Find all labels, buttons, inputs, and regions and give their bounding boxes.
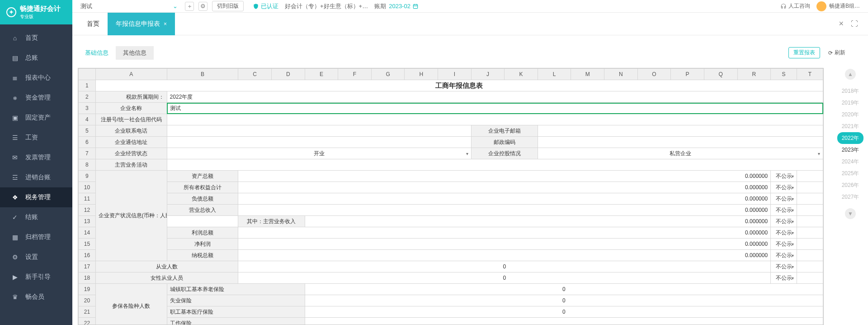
col-head-F[interactable]: F — [338, 69, 372, 80]
main-tab-0[interactable]: 首页 — [79, 13, 108, 35]
net-profit-value[interactable]: 0.000000 — [238, 239, 771, 250]
col-head-S[interactable]: S — [771, 69, 797, 80]
col-head-M[interactable]: M — [571, 69, 604, 80]
asset-total-pub[interactable]: 不公示 — [771, 171, 797, 182]
period-select[interactable]: 2023-02 — [389, 3, 419, 10]
sidebar-item-4[interactable]: ▣固定资产 — [0, 108, 72, 128]
liab-total-value[interactable]: 0.000000 — [238, 193, 771, 205]
col-head-J[interactable]: J — [471, 69, 505, 80]
row-head[interactable]: 12 — [79, 205, 96, 216]
col-head-A[interactable]: A — [95, 69, 167, 80]
row-head[interactable]: 19 — [79, 284, 96, 295]
profit-total-pub[interactable]: 不公示 — [771, 227, 797, 239]
email-input[interactable] — [538, 125, 823, 137]
year-2027年[interactable]: 2027年 — [837, 191, 863, 203]
year-2021年[interactable]: 2021年 — [837, 120, 863, 132]
sidebar-item-2[interactable]: ≣报表中心 — [0, 68, 72, 88]
col-head-D[interactable]: D — [271, 69, 305, 80]
corner-cell[interactable] — [79, 69, 96, 80]
row-head[interactable]: 5 — [79, 125, 96, 137]
col-head-O[interactable]: O — [637, 69, 671, 80]
col-head-T[interactable]: T — [797, 69, 823, 80]
staff-female-pub[interactable]: 不公示 — [771, 272, 797, 284]
col-head-B[interactable]: B — [167, 69, 238, 80]
row-head[interactable]: 4 — [79, 114, 96, 125]
year-2019年[interactable]: 2019年 — [837, 97, 863, 109]
ins-unemp-value[interactable]: 0 — [305, 295, 823, 306]
sidebar-item-10[interactable]: ▦归档管理 — [0, 227, 72, 247]
year-2023年[interactable]: 2023年 — [837, 144, 863, 156]
sidebar-item-12[interactable]: ▶新手引导 — [0, 267, 72, 287]
col-head-H[interactable]: H — [405, 69, 438, 80]
col-head-Q[interactable]: Q — [704, 69, 737, 80]
row-head[interactable]: 1 — [79, 80, 96, 91]
rev-total-pub[interactable]: 不公示 — [771, 205, 797, 216]
year-2024年[interactable]: 2024年 — [837, 156, 863, 167]
liab-total-pub[interactable]: 不公示 — [771, 193, 797, 205]
row-head[interactable]: 15 — [79, 239, 96, 250]
switch-old-button[interactable]: 切到旧版 — [212, 1, 244, 11]
main-tab-1[interactable]: 年报信息申报表× — [108, 13, 175, 35]
row-head[interactable]: 17 — [79, 261, 96, 272]
col-head-R[interactable]: R — [737, 69, 771, 80]
ins-injury-value[interactable] — [305, 318, 823, 325]
col-head-G[interactable]: G — [371, 69, 405, 80]
row-head[interactable]: 3 — [79, 103, 96, 114]
tax-total-pub[interactable]: 不公示 — [771, 250, 797, 261]
year-2022年[interactable]: 2022年 — [837, 132, 863, 144]
fullscreen-button[interactable]: ⛶ — [851, 20, 858, 28]
sidebar-item-0[interactable]: ⌂首页 — [0, 28, 72, 48]
year-2025年[interactable]: 2025年 — [837, 167, 863, 179]
col-head-L[interactable]: L — [538, 69, 571, 80]
sidebar-item-3[interactable]: ⎈资金管理 — [0, 88, 72, 108]
row-head[interactable]: 20 — [79, 295, 96, 306]
year-up-button[interactable]: ▲ — [845, 69, 856, 80]
rev-main-value[interactable]: 0.000000 — [305, 216, 771, 227]
staff-total-pub[interactable]: 不公示 — [771, 261, 797, 272]
holding-select[interactable]: 私营企业 — [538, 148, 823, 159]
phone-input[interactable] — [167, 125, 471, 137]
ins-medical-value[interactable]: 0 — [305, 306, 823, 318]
year-down-button[interactable]: ▼ — [845, 208, 856, 219]
col-head-C[interactable]: C — [238, 69, 272, 80]
row-head[interactable]: 13 — [79, 216, 96, 227]
staff-total-value[interactable]: 0 — [238, 261, 771, 272]
op-state-select[interactable]: 开业 — [167, 148, 471, 159]
row-head[interactable]: 11 — [79, 193, 96, 205]
row-head[interactable]: 21 — [79, 306, 96, 318]
sidebar-item-7[interactable]: ☲进销台账 — [0, 167, 72, 187]
col-head-E[interactable]: E — [305, 69, 338, 80]
sidebar-item-5[interactable]: ☰工资 — [0, 128, 72, 148]
add-button[interactable]: ＋ — [185, 2, 194, 11]
year-2020年[interactable]: 2020年 — [837, 109, 863, 120]
reg-no-input[interactable] — [167, 114, 823, 125]
gear-button[interactable]: ⚙ — [198, 2, 208, 11]
staff-female-value[interactable]: 0 — [238, 272, 771, 284]
sub-tab-1[interactable]: 其他信息 — [116, 46, 154, 60]
sidebar-item-6[interactable]: ✉发票管理 — [0, 148, 72, 167]
col-head-N[interactable]: N — [604, 69, 638, 80]
row-head[interactable]: 7 — [79, 148, 96, 159]
sidebar-item-8[interactable]: ❖税务管理 — [0, 187, 72, 207]
sidebar-item-9[interactable]: ✓结账 — [0, 207, 72, 227]
main-biz-input[interactable] — [167, 159, 823, 171]
tax-total-value[interactable]: 0.000000 — [238, 250, 771, 261]
asset-total-value[interactable]: 0.000000 — [238, 171, 771, 182]
equity-total-value[interactable]: 0.000000 — [238, 182, 771, 193]
col-head-P[interactable]: P — [671, 69, 704, 80]
row-head[interactable]: 9 — [79, 171, 96, 182]
col-head-K[interactable]: K — [505, 69, 538, 80]
sidebar-item-1[interactable]: ▤总账 — [0, 48, 72, 68]
year-2026年[interactable]: 2026年 — [837, 179, 863, 191]
net-profit-pub[interactable]: 不公示 — [771, 239, 797, 250]
company-select[interactable]: 测试 ⌄ — [80, 2, 178, 10]
sheet[interactable]: ABCDEFGHIJKLMNOPQRST 1 工商年报信息表 2 税款所属期间：… — [78, 68, 824, 325]
col-head-I[interactable]: I — [438, 69, 472, 80]
ins-pension-value[interactable]: 0 — [305, 284, 823, 295]
row-head[interactable]: 2 — [79, 91, 96, 103]
row-head[interactable]: 10 — [79, 182, 96, 193]
service-link[interactable]: 人工咨询 — [780, 2, 810, 10]
rev-main-pub[interactable]: 不公示 — [771, 216, 797, 227]
row-head[interactable]: 22 — [79, 318, 96, 325]
row-head[interactable]: 18 — [79, 272, 96, 284]
